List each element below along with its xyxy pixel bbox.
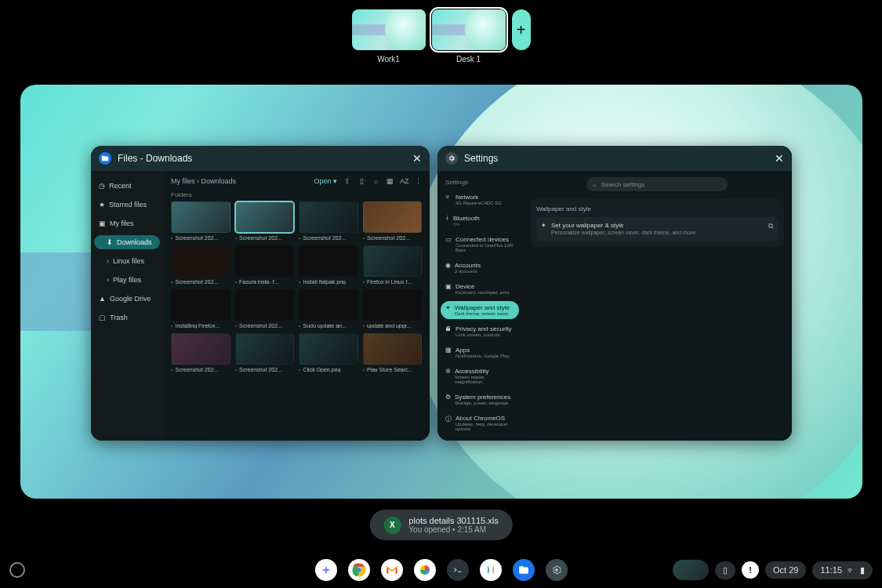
close-icon[interactable]: ✕ bbox=[412, 152, 422, 165]
file-thumb[interactable]: Screenshot 202... bbox=[363, 201, 423, 241]
palette-icon: ✦ bbox=[541, 222, 546, 229]
time-label: 11:15 bbox=[820, 565, 842, 575]
overview-area: Files - Downloads ✕ ◷Recent ★Starred fil… bbox=[20, 85, 862, 499]
nav-connected[interactable]: ▭Connected devicesConnected to OnePlus 1… bbox=[441, 233, 519, 256]
nav-about[interactable]: ⓘAbout ChromeOSUpdates, help, developer … bbox=[441, 412, 519, 434]
settings-search-input[interactable]: ⌕ Search settings bbox=[586, 177, 728, 191]
open-button[interactable]: Open ▾ bbox=[314, 177, 337, 185]
sidebar-item-drive[interactable]: ▲Google Drive bbox=[94, 292, 160, 306]
phone-hub-icon[interactable]: ▯ bbox=[715, 561, 735, 579]
wifi-icon: ᯤ bbox=[445, 194, 452, 205]
person-icon: ◉ bbox=[445, 262, 451, 274]
desk-label: Work1 bbox=[352, 55, 426, 64]
settings-window[interactable]: Settings ✕ Settings ᯤNetwork4G Rayee-eC4… bbox=[437, 146, 792, 441]
close-icon[interactable]: ✕ bbox=[775, 152, 784, 165]
sidebar-item-downloads[interactable]: ⬇Downloads bbox=[94, 235, 160, 249]
file-thumb[interactable]: Screenshot 202... bbox=[171, 245, 230, 285]
tote-pill[interactable] bbox=[673, 560, 709, 580]
file-thumb[interactable]: Fazura insta- f... bbox=[235, 245, 295, 285]
folder-icon: ▣ bbox=[99, 220, 106, 227]
gemini-icon[interactable] bbox=[315, 559, 337, 581]
file-thumb[interactable]: Sudo update an... bbox=[299, 289, 358, 328]
terminal-icon[interactable] bbox=[447, 559, 469, 581]
nav-system[interactable]: ⚙︎System preferencesStorage, power, lang… bbox=[441, 390, 519, 408]
folders-label: Folders bbox=[171, 191, 422, 198]
photos-icon[interactable] bbox=[414, 559, 436, 581]
nav-privacy[interactable]: 🔒︎Privacy and securityLock screen, contr… bbox=[441, 322, 519, 340]
file-thumb[interactable]: Play Store Searc... bbox=[363, 333, 423, 372]
settings-nav: Settings ᯤNetwork4G Rayee-eC4DC-5G ᚼBlue… bbox=[437, 171, 522, 441]
trash-icon: ▢ bbox=[99, 314, 106, 321]
file-thumb[interactable]: update and upgr... bbox=[363, 289, 423, 328]
file-thumb[interactable]: Installing Firefox... bbox=[171, 289, 230, 328]
file-thumb[interactable]: Screenshot 202... bbox=[299, 201, 358, 241]
date-pill[interactable]: Oct 29 bbox=[765, 561, 806, 579]
app-icon[interactable] bbox=[480, 559, 502, 581]
nav-accounts[interactable]: ◉Accounts2 accounts bbox=[441, 259, 519, 277]
laptop-icon: ▣ bbox=[445, 283, 452, 295]
settings-window-title: Settings bbox=[464, 153, 498, 164]
gmail-icon[interactable] bbox=[381, 559, 403, 581]
recent-file-toast[interactable]: X plots details 301115.xls You opened • … bbox=[369, 510, 512, 540]
nav-network[interactable]: ᯤNetwork4G Rayee-eC4DC-5G bbox=[441, 191, 519, 209]
delete-icon[interactable]: ▯ bbox=[358, 177, 365, 185]
sort-icon[interactable]: AZ bbox=[400, 177, 408, 185]
desk-thumb-work1[interactable]: Work1 bbox=[352, 9, 426, 64]
shelf-apps bbox=[315, 559, 568, 581]
view-icon[interactable]: ▦ bbox=[386, 177, 394, 185]
file-thumb[interactable]: Firefox in Linux f... bbox=[363, 245, 423, 285]
download-icon: ⬇ bbox=[107, 238, 113, 246]
breadcrumb[interactable]: My files › Downloads bbox=[171, 177, 307, 185]
sidebar-item-play[interactable]: ›Play files bbox=[94, 273, 160, 287]
settings-titlebar[interactable]: Settings ✕ bbox=[437, 146, 792, 171]
nav-wallpaper[interactable]: ✦Wallpaper and styleDark theme, screen s… bbox=[441, 301, 519, 319]
nav-accessibility[interactable]: ✲AccessibilityScreen reader, magnificati… bbox=[441, 365, 519, 387]
sidebar-item-recent[interactable]: ◷Recent bbox=[94, 179, 160, 193]
files-app-icon bbox=[99, 152, 111, 165]
set-wallpaper-row[interactable]: ✦ Set your wallpaper & stylePersonalize … bbox=[536, 217, 778, 241]
card-title: Wallpaper and style bbox=[536, 205, 778, 212]
files-titlebar[interactable]: Files - Downloads ✕ bbox=[91, 146, 430, 171]
settings-shelf-icon[interactable] bbox=[546, 559, 568, 581]
desk-thumb-desk1[interactable]: Desk 1 bbox=[432, 9, 506, 64]
svg-point-3 bbox=[555, 568, 558, 572]
files-window[interactable]: Files - Downloads ✕ ◷Recent ★Starred fil… bbox=[91, 146, 430, 441]
sidebar-item-starred[interactable]: ★Starred files bbox=[94, 198, 160, 212]
status-pill[interactable]: 11:15 ᯤ ▮ bbox=[812, 561, 873, 579]
clock-icon: ◷ bbox=[99, 182, 105, 190]
file-thumb[interactable]: Click Open.png bbox=[299, 333, 358, 372]
files-sidebar: ◷Recent ★Starred files ▣My files ⬇Downlo… bbox=[91, 171, 163, 441]
sidebar-item-trash[interactable]: ▢Trash bbox=[94, 310, 160, 325]
chrome-icon[interactable] bbox=[348, 559, 370, 581]
apps-icon: ▦ bbox=[445, 347, 452, 358]
new-desk-button[interactable]: + bbox=[512, 9, 531, 50]
search-icon: ⌕ bbox=[593, 181, 597, 188]
notification-badge[interactable]: ! bbox=[742, 561, 759, 579]
nav-bluetooth[interactable]: ᚼBluetoothOn bbox=[441, 212, 519, 230]
drive-icon: ▲ bbox=[99, 295, 106, 303]
system-tray[interactable]: ▯ ! Oct 29 11:15 ᯤ ▮ bbox=[673, 560, 873, 580]
more-icon[interactable]: ⋮ bbox=[414, 177, 422, 185]
star-icon: ★ bbox=[99, 201, 105, 209]
files-toolbar: My files › Downloads Open ▾ ⇪ ▯ ⌕ ▦ AZ ⋮ bbox=[171, 177, 422, 185]
file-thumb[interactable]: Screenshot 202... bbox=[235, 201, 295, 241]
sidebar-item-myfiles[interactable]: ▣My files bbox=[94, 216, 160, 230]
devices-icon: ▭ bbox=[445, 236, 452, 252]
virtual-desk-strip: Work1 Desk 1 + bbox=[0, 9, 882, 64]
nav-apps[interactable]: ▦AppsNotifications, Google Play bbox=[441, 343, 519, 361]
tune-icon: ⚙︎ bbox=[445, 394, 451, 405]
share-icon[interactable]: ⇪ bbox=[343, 177, 351, 185]
file-thumb[interactable]: Screenshot 202... bbox=[171, 201, 230, 241]
file-thumb[interactable]: Screenshot 202... bbox=[235, 333, 295, 372]
files-window-title: Files - Downloads bbox=[118, 153, 192, 164]
file-thumb[interactable]: Install flatpak.png bbox=[299, 245, 358, 285]
file-thumb[interactable]: Screenshot 202... bbox=[235, 289, 295, 328]
nav-device[interactable]: ▣DeviceKeyboard, touchpad, print bbox=[441, 280, 519, 298]
files-shelf-icon[interactable] bbox=[513, 559, 535, 581]
file-thumb[interactable]: Screenshot 202... bbox=[171, 333, 230, 372]
toast-subtext: You opened • 2:15 AM bbox=[408, 525, 498, 534]
search-icon[interactable]: ⌕ bbox=[372, 177, 379, 185]
launcher-button[interactable] bbox=[9, 562, 25, 578]
sidebar-item-linux[interactable]: ›Linux files bbox=[94, 254, 160, 268]
info-icon: ⓘ bbox=[445, 415, 452, 431]
